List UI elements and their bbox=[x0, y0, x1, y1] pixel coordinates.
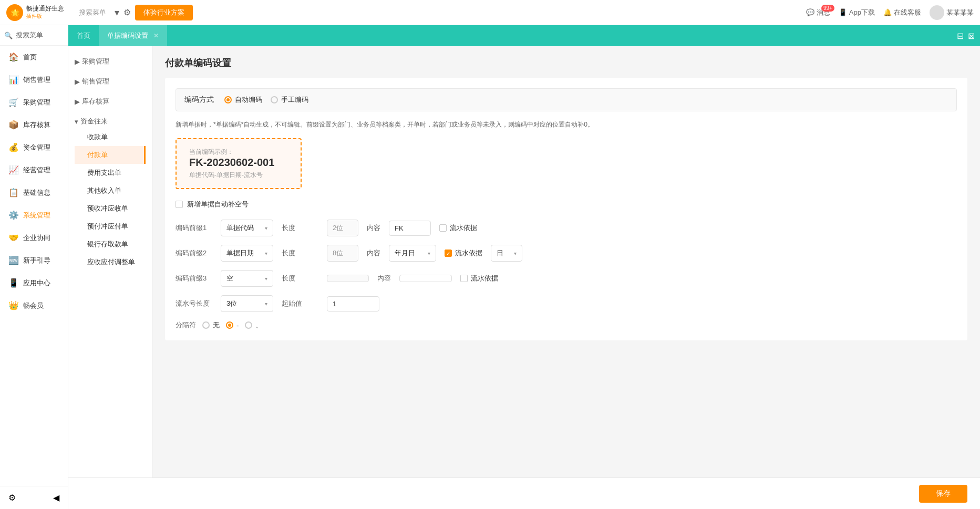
tab-minimize-icon[interactable]: ⊟ bbox=[957, 31, 964, 41]
sep-none-option[interactable]: 无 bbox=[202, 320, 220, 330]
second-sidebar-title-funds[interactable]: ▾ 资金往来 bbox=[75, 115, 146, 128]
preview-desc: 单据代码-单据日期-流水号 bbox=[189, 171, 288, 180]
prefix2-content-select[interactable]: 年月日 ▾ bbox=[389, 245, 436, 262]
sep-none-label: 无 bbox=[213, 320, 220, 330]
second-sidebar-item-bank[interactable]: 银行存取款单 bbox=[75, 235, 146, 253]
message-badge: 99+ bbox=[821, 5, 834, 12]
sidebar-item-basic[interactable]: 📋 基础信息 bbox=[0, 181, 68, 204]
tab-maximize-icon[interactable]: ⊠ bbox=[968, 31, 975, 41]
prefix2-content-value: 年月日 bbox=[395, 248, 415, 258]
sidebar-item-system[interactable]: ⚙️ 系统管理 bbox=[0, 204, 68, 226]
basic-icon: 📋 bbox=[8, 188, 19, 198]
logo-icon: 🌟 bbox=[6, 4, 23, 21]
prefix3-serial-check[interactable]: 流水依据 bbox=[460, 274, 498, 283]
preview-box: 当前编码示例： FK-20230602-001 单据代码-单据日期-流水号 bbox=[176, 138, 302, 189]
prefix2-select[interactable]: 单据日期 ▾ bbox=[221, 245, 273, 262]
prefix1-select[interactable]: 单据代码 ▾ bbox=[221, 220, 273, 236]
app-download-button[interactable]: 📱 App下载 bbox=[839, 8, 875, 17]
topbar: 🌟 畅捷通好生意 插件版 搜索菜单 ▾ ⚙ 体验行业方案 💬 消息 99+ 📱 … bbox=[0, 0, 980, 25]
sidebar-system-label: 系统管理 bbox=[23, 211, 50, 220]
sidebar-item-home[interactable]: 🏠 首页 bbox=[0, 46, 68, 68]
prefix3-length-input[interactable] bbox=[327, 275, 369, 282]
sidebar-purchase-label: 采购管理 bbox=[23, 98, 50, 107]
second-sidebar-group-sales: ▶ 销售管理 bbox=[68, 70, 152, 90]
prefix3-serial-checkbox[interactable] bbox=[460, 275, 468, 282]
trial-button[interactable]: 体验行业方案 bbox=[135, 5, 193, 20]
online-service-button[interactable]: 🔔 在线客服 bbox=[883, 8, 921, 17]
second-sidebar-title-inventory[interactable]: ▶ 库存核算 bbox=[75, 95, 146, 108]
save-button[interactable]: 保存 bbox=[919, 485, 967, 503]
finance-icon: 💰 bbox=[8, 142, 19, 152]
sidebar-item-guide[interactable]: 🆕 新手引导 bbox=[0, 249, 68, 272]
second-sidebar-item-adjustment[interactable]: 应收应付调整单 bbox=[75, 253, 146, 271]
settings-bottom-icon[interactable]: ⚙ bbox=[8, 493, 16, 503]
app-subtitle: 插件版 bbox=[26, 13, 64, 20]
prefix2-serial-checkbox[interactable]: ✓ bbox=[445, 250, 452, 257]
tab-close-icon[interactable]: ✕ bbox=[153, 32, 159, 39]
sidebar-search[interactable]: 🔍 搜索菜单 bbox=[0, 25, 68, 46]
main-layout: 🔍 搜索菜单 🏠 首页 📊 销售管理 🛒 采购管理 📦 库存核算 💰 资金管理 … bbox=[0, 25, 980, 509]
logo-area: 🌟 畅捷通好生意 插件版 bbox=[6, 4, 69, 21]
expand-icon-inventory: ▶ bbox=[75, 98, 80, 106]
auto-fill-checkbox[interactable] bbox=[176, 201, 183, 208]
prefix1-serial-checkbox[interactable] bbox=[439, 224, 447, 232]
sidebar-item-enterprise[interactable]: 🤝 企业协同 bbox=[0, 226, 68, 249]
second-sidebar-item-receipt[interactable]: 收款单 bbox=[75, 128, 146, 146]
sep-dash-option[interactable]: 、 bbox=[245, 320, 262, 330]
username: 某某某某 bbox=[946, 8, 974, 17]
second-sidebar-item-other-income[interactable]: 其他收入单 bbox=[75, 182, 146, 200]
user-area[interactable]: 某某某某 bbox=[930, 5, 974, 20]
prefix3-content-value[interactable] bbox=[399, 275, 452, 282]
day-select[interactable]: 日 ▾ bbox=[491, 245, 522, 262]
sep-dot-radio[interactable] bbox=[226, 321, 233, 329]
serial-length-select[interactable]: 3位 ▾ bbox=[221, 295, 273, 312]
second-sidebar-title-sales[interactable]: ▶ 销售管理 bbox=[75, 75, 146, 88]
sidebar-item-member[interactable]: 👑 畅会员 bbox=[0, 294, 68, 317]
prefix3-select-value: 空 bbox=[226, 274, 233, 283]
tab-home[interactable]: 首页 bbox=[68, 25, 99, 46]
settings-icon[interactable]: ⚙ bbox=[123, 7, 131, 17]
sidebar-item-sales[interactable]: 📊 销售管理 bbox=[0, 68, 68, 91]
purchase-group-label: 采购管理 bbox=[82, 57, 109, 66]
sidebar-item-purchase[interactable]: 🛒 采购管理 bbox=[0, 91, 68, 113]
sidebar-search-label: 搜索菜单 bbox=[16, 30, 43, 40]
collapse-icon[interactable]: ◀ bbox=[53, 493, 59, 503]
second-sidebar-item-expense[interactable]: 费用支出单 bbox=[75, 164, 146, 182]
second-sidebar-title-purchase[interactable]: ▶ 采购管理 bbox=[75, 55, 146, 68]
tab-encoding-settings[interactable]: 单据编码设置 ✕ bbox=[99, 25, 167, 46]
sidebar-item-finance[interactable]: 💰 资金管理 bbox=[0, 136, 68, 159]
sidebar-item-operations[interactable]: 📈 经营管理 bbox=[0, 159, 68, 181]
page-title: 付款单编码设置 bbox=[165, 57, 967, 69]
manual-encoding-radio[interactable] bbox=[271, 96, 278, 103]
tab-bar-actions: ⊟ ⊠ bbox=[952, 25, 980, 46]
enterprise-icon: 🤝 bbox=[8, 233, 19, 243]
second-sidebar-item-pre-payment[interactable]: 预付冲应付单 bbox=[75, 217, 146, 235]
prefix3-content-label: 内容 bbox=[377, 274, 391, 283]
sales-icon: 📊 bbox=[8, 75, 19, 85]
preview-code: FK-20230602-001 bbox=[189, 157, 288, 169]
sidebar-item-app[interactable]: 📱 应用中心 bbox=[0, 272, 68, 294]
sep-dot-option[interactable]: - bbox=[226, 321, 239, 329]
sep-dash-radio[interactable] bbox=[245, 321, 252, 329]
second-sidebar-item-pre-receipt[interactable]: 预收冲应收单 bbox=[75, 200, 146, 217]
second-sidebar-item-payment[interactable]: 付款单 bbox=[75, 146, 146, 164]
serial-length-arrow: ▾ bbox=[265, 301, 267, 307]
main-content: 付款单编码设置 编码方式 自动编码 手工编码 bbox=[152, 46, 980, 477]
system-icon: ⚙️ bbox=[8, 210, 19, 220]
topbar-dropdown-icon[interactable]: ▾ bbox=[115, 7, 119, 18]
sidebar-item-inventory[interactable]: 📦 库存核算 bbox=[0, 113, 68, 136]
auto-encoding-radio[interactable] bbox=[224, 96, 232, 103]
start-value-input[interactable]: 1 bbox=[327, 296, 379, 311]
auto-encoding-option[interactable]: 自动编码 bbox=[224, 95, 262, 105]
manual-encoding-option[interactable]: 手工编码 bbox=[271, 95, 308, 105]
prefix1-serial-check[interactable]: 流水依据 bbox=[439, 223, 477, 233]
sidebar-basic-label: 基础信息 bbox=[23, 188, 50, 198]
prefix3-select[interactable]: 空 ▾ bbox=[221, 270, 273, 287]
prefix2-serial-check[interactable]: ✓ 流水依据 bbox=[445, 248, 482, 258]
start-value-label: 起始值 bbox=[282, 299, 318, 308]
sep-none-radio[interactable] bbox=[202, 321, 210, 329]
tab-bar: 首页 单据编码设置 ✕ ⊟ ⊠ bbox=[68, 25, 980, 46]
sidebar-finance-label: 资金管理 bbox=[23, 143, 50, 152]
message-button[interactable]: 💬 消息 99+ bbox=[806, 8, 830, 17]
operations-icon: 📈 bbox=[8, 165, 19, 175]
